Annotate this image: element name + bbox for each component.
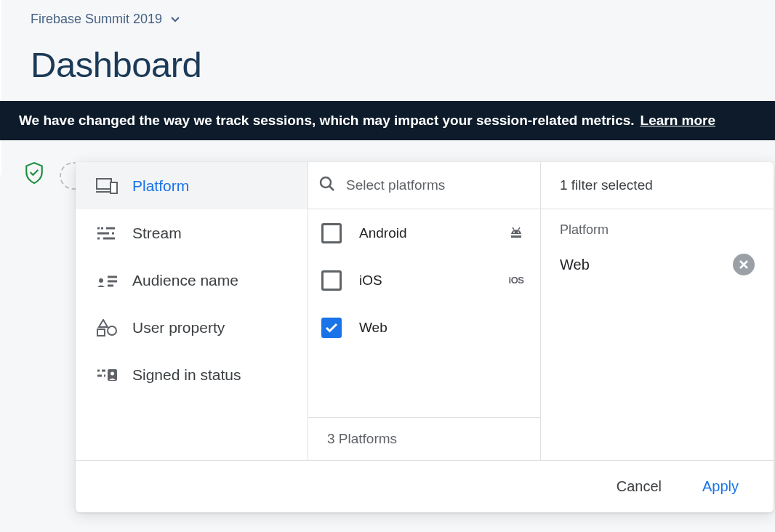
project-selector[interactable]: Firebase Summit 2019 [31, 9, 180, 30]
svg-point-21 [321, 177, 331, 188]
category-label: User property [132, 319, 225, 336]
option-label: Android [359, 225, 407, 241]
svg-rect-13 [97, 329, 105, 336]
svg-point-9 [99, 278, 103, 283]
ios-icon: iOS [505, 275, 527, 286]
stream-icon [96, 226, 118, 241]
category-platform[interactable]: Platform [76, 162, 308, 209]
android-icon [505, 226, 527, 241]
category-audience[interactable]: Audience name [76, 257, 308, 304]
category-label: Platform [132, 177, 189, 195]
category-label: Stream [132, 225, 182, 242]
close-icon [739, 257, 749, 273]
category-user-property[interactable]: User property [76, 304, 308, 351]
selected-group-label: Platform [560, 222, 755, 238]
info-banner: We have changed the way we track session… [0, 101, 775, 140]
project-name: Firebase Summit 2019 [31, 12, 162, 27]
svg-point-14 [108, 326, 116, 335]
shield-icon [25, 162, 44, 181]
svg-line-22 [329, 186, 334, 190]
checkbox-unchecked-icon [321, 270, 342, 291]
category-label: Audience name [132, 272, 238, 289]
category-signed-in[interactable]: Signed in status [76, 351, 308, 398]
svg-point-23 [513, 231, 515, 233]
remove-filter-button[interactable] [733, 254, 755, 275]
svg-line-25 [513, 227, 514, 230]
filter-panel: Platform Stream Audience name [76, 162, 774, 512]
filter-categories: Platform Stream Audience name [76, 162, 308, 460]
option-label: iOS [359, 273, 382, 289]
selected-filter-web: Web [560, 254, 755, 275]
checkbox-checked-icon [321, 318, 342, 338]
svg-line-26 [518, 227, 520, 230]
checkbox-unchecked-icon [321, 223, 342, 243]
cancel-button[interactable]: Cancel [617, 478, 662, 495]
category-label: Signed in status [132, 366, 241, 384]
option-ios[interactable]: iOS iOS [308, 257, 540, 304]
svg-rect-0 [97, 179, 111, 189]
banner-text: We have changed the way we track session… [19, 113, 635, 129]
option-web[interactable]: Web [308, 304, 540, 351]
learn-more-link[interactable]: Learn more [641, 113, 715, 129]
user-property-icon [96, 319, 118, 336]
options-count: 3 Platforms [308, 417, 540, 460]
category-stream[interactable]: Stream [76, 209, 308, 257]
apply-button[interactable]: Apply [702, 478, 739, 495]
svg-point-20 [111, 371, 114, 375]
svg-point-24 [518, 231, 519, 233]
selected-filter-label: Web [560, 257, 590, 273]
option-label: Web [359, 320, 388, 336]
option-android[interactable]: Android [308, 209, 540, 257]
search-platforms[interactable]: Select platforms [308, 162, 540, 209]
svg-rect-27 [511, 235, 521, 238]
chevron-down-icon [171, 15, 180, 25]
audience-icon [96, 273, 118, 288]
svg-rect-2 [111, 182, 117, 193]
search-icon [318, 175, 336, 196]
devices-icon [96, 178, 118, 194]
signed-in-icon [96, 368, 118, 382]
page-title: Dashboard [31, 44, 746, 85]
selected-filters-header: 1 filter selected [541, 162, 774, 209]
search-placeholder: Select platforms [346, 177, 445, 193]
